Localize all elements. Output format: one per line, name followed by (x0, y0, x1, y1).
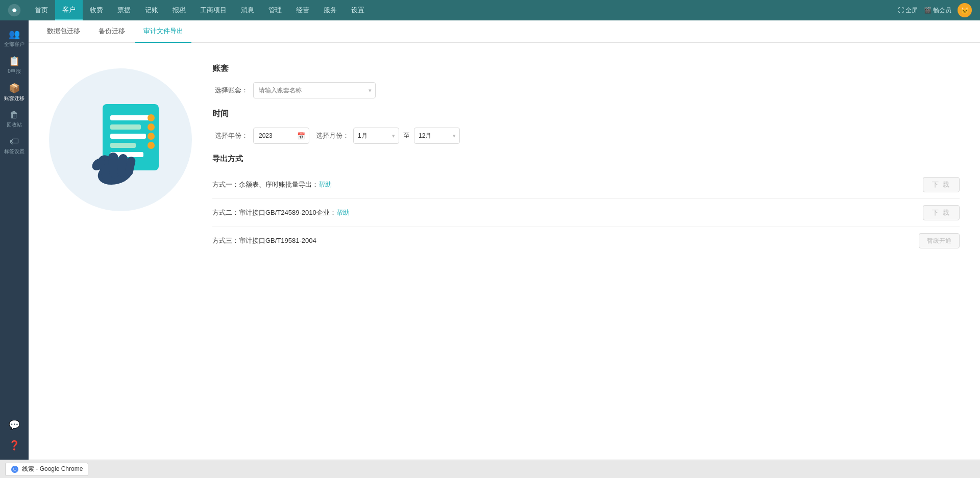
svg-point-20 (14, 468, 16, 470)
month-start-label: 选择月份： (313, 131, 349, 140)
account-select-input[interactable] (253, 82, 376, 98)
sidebar-help-icon[interactable]: ❓ (6, 437, 22, 454)
account-migration-label: 账套迁移 (4, 95, 24, 102)
fullscreen-button[interactable]: ⛶ 全屏 (898, 6, 918, 15)
member-button[interactable]: 🎬 畅会员 (924, 6, 951, 15)
tab-bar: 数据包迁移备份迁移审计文件导出 (29, 20, 980, 43)
nav-item-management[interactable]: 管理 (261, 0, 289, 20)
download-button-2[interactable]: 下 载 (923, 205, 960, 220)
export-method-text-2: 方式二：审计接口GB/T24589-2010企业：帮助 (212, 208, 350, 217)
sidebar-item-all-clients[interactable]: 👥全部客户 (0, 24, 29, 52)
sidebar-messages-icon[interactable]: 💬 (6, 417, 22, 433)
export-method-help-link-1[interactable]: 帮助 (318, 181, 332, 188)
svg-point-9 (148, 123, 155, 131)
page-content: 账套 选择账套： ▾ 时间 选择年份： 📅 (29, 43, 980, 460)
illustration-circle (49, 68, 192, 211)
all-clients-label: 全部客户 (4, 41, 24, 47)
recycle-icon: 🗑 (10, 110, 19, 120)
year-input-wrapper: 📅 (253, 128, 309, 144)
time-row: 📅 选择月份： 1月2月3月4月 5月6月7月8月 9月10月11月12月 ▾ … (253, 128, 460, 144)
nav-items: 首页客户收费票据记账报税工商项目消息管理经营服务设置 (28, 0, 898, 20)
svg-point-10 (148, 133, 155, 140)
svg-rect-5 (110, 134, 146, 139)
tab-audit-export[interactable]: 审计文件导出 (135, 20, 191, 43)
month-start-select[interactable]: 1月2月3月4月 5月6月7月8月 9月10月11月12月 (353, 128, 399, 144)
export-method-text-1: 方式一：余额表、序时账批量导出：帮助 (212, 180, 332, 189)
sidebar-item-zero-declaration[interactable]: 📋0申报 (0, 52, 29, 79)
year-input[interactable] (253, 128, 309, 144)
account-section-title: 账套 (212, 63, 960, 74)
sidebar-item-account-migration[interactable]: 📦账套迁移 (0, 79, 29, 106)
nav-item-home[interactable]: 首页 (28, 0, 55, 20)
member-label: 畅会员 (933, 6, 951, 15)
export-method-row-3: 方式三：审计接口GB/T19581-2004暂缓开通 (212, 227, 960, 255)
nav-item-bookkeeping[interactable]: 记账 (138, 0, 165, 20)
export-section-title: 导出方式 (212, 154, 960, 164)
nav-item-operations[interactable]: 经营 (289, 0, 316, 20)
sidebar-item-recycle[interactable]: 🗑回收站 (0, 106, 29, 132)
member-icon: 🎬 (924, 7, 932, 14)
nav-item-fees[interactable]: 收费 (83, 0, 110, 20)
account-form-row: 选择账套： ▾ (212, 82, 960, 98)
illustration-area (49, 58, 192, 444)
svg-rect-3 (110, 115, 151, 120)
year-label: 选择年份： (212, 131, 248, 140)
month-start-select-wrapper: 1月2月3月4月 5月6月7月8月 9月10月11月12月 ▾ (353, 128, 399, 144)
account-select-wrapper: ▾ (253, 82, 376, 98)
svg-rect-4 (110, 124, 141, 130)
main-layout: 👥全部客户📋0申报📦账套迁移🗑回收站🏷标签设置 💬 ❓ 数据包迁移备份迁移审计文… (0, 20, 980, 460)
month-end-select-wrapper: 1月2月3月4月 5月6月7月8月 9月10月11月 12月 ▾ (414, 128, 460, 144)
taskbar: 线索 - Google Chrome (0, 460, 980, 478)
fullscreen-label: 全屏 (905, 6, 918, 15)
export-methods-container: 方式一：余额表、序时账批量导出：帮助下 载方式二：审计接口GB/T24589-2… (212, 171, 960, 255)
nav-right: ⛶ 全屏 🎬 畅会员 🐱 (898, 3, 980, 17)
open-button-3[interactable]: 暂缓开通 (919, 233, 960, 248)
chrome-taskbar-btn[interactable]: 线索 - Google Chrome (5, 463, 88, 476)
sidebar-bottom: 💬 ❓ (6, 417, 22, 460)
account-migration-icon: 📦 (9, 83, 20, 94)
avatar[interactable]: 🐱 (958, 3, 972, 17)
sidebar-item-tag-settings[interactable]: 🏷标签设置 (0, 132, 29, 159)
svg-point-8 (148, 114, 155, 121)
nav-item-messages[interactable]: 消息 (234, 0, 261, 20)
export-method-row-1: 方式一：余额表、序时账批量导出：帮助下 载 (212, 171, 960, 199)
month-end-select[interactable]: 1月2月3月4月 5月6月7月8月 9月10月11月 12月 (414, 128, 460, 144)
export-method-text-3: 方式三：审计接口GB/T19581-2004 (212, 236, 316, 245)
download-button-1[interactable]: 下 载 (923, 177, 960, 192)
form-area: 账套 选择账套： ▾ 时间 选择年份： 📅 (212, 58, 960, 444)
zero-declaration-icon: 📋 (9, 56, 20, 67)
nav-item-invoices[interactable]: 票据 (110, 0, 138, 20)
app-logo (5, 1, 23, 19)
all-clients-icon: 👥 (9, 29, 20, 40)
nav-item-clients[interactable]: 客户 (55, 0, 83, 20)
tab-backup-migration[interactable]: 备份迁移 (90, 20, 133, 43)
fullscreen-icon: ⛶ (898, 7, 904, 14)
svg-rect-6 (110, 143, 136, 148)
export-method-row-2: 方式二：审计接口GB/T24589-2010企业：帮助下 载 (212, 199, 960, 227)
time-section-title: 时间 (212, 109, 960, 119)
sidebar: 👥全部客户📋0申报📦账套迁移🗑回收站🏷标签设置 💬 ❓ (0, 20, 29, 460)
content-area: 数据包迁移备份迁移审计文件导出 (29, 20, 980, 460)
top-nav: 首页客户收费票据记账报税工商项目消息管理经营服务设置 ⛶ 全屏 🎬 畅会员 🐱 (0, 0, 980, 20)
chrome-icon (11, 465, 19, 473)
time-form-row: 选择年份： 📅 选择月份： 1月2月3月4月 5月6月7月8月 9月10月11月… (212, 128, 960, 144)
zero-declaration-label: 0申报 (8, 68, 21, 74)
tab-data-migration[interactable]: 数据包迁移 (39, 20, 88, 43)
tag-settings-label: 标签设置 (4, 148, 24, 155)
account-select-label: 选择账套： (212, 86, 248, 95)
nav-item-services[interactable]: 服务 (316, 0, 344, 20)
tag-settings-icon: 🏷 (10, 136, 19, 147)
chrome-taskbar-label: 线索 - Google Chrome (22, 465, 83, 473)
nav-item-business[interactable]: 工商项目 (193, 0, 234, 20)
recycle-label: 回收站 (7, 122, 22, 128)
nav-item-settings[interactable]: 设置 (344, 0, 372, 20)
svg-point-1 (13, 9, 16, 12)
nav-item-tax[interactable]: 报税 (165, 0, 193, 20)
svg-point-11 (148, 142, 155, 149)
to-text: 至 (403, 131, 410, 140)
export-method-help-link-2[interactable]: 帮助 (336, 209, 350, 216)
